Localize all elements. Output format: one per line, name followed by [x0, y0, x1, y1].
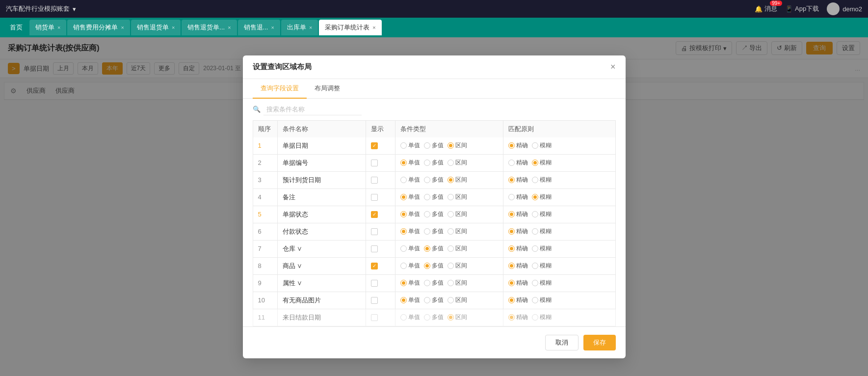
radio-exact-6[interactable]: 精确 [508, 227, 528, 236]
radio-multi-4[interactable]: 多值 [424, 193, 444, 201]
radio-range-3[interactable]: 区间 [447, 176, 467, 184]
radio-single-5[interactable]: 单值 [400, 210, 420, 218]
radio-fuzzy-2[interactable]: 模糊 [532, 159, 552, 167]
radio-single-7[interactable]: 单值 [400, 244, 420, 253]
radio-multi-8[interactable]: 多值 [424, 262, 444, 270]
tab-sales-fee-close[interactable]: × [121, 25, 124, 30]
dropdown-icon[interactable]: ▾ [73, 5, 76, 13]
cell-display-5[interactable] [366, 206, 395, 223]
radio-multi-11[interactable]: 多值 [424, 313, 444, 322]
checkbox-display-2[interactable] [371, 160, 378, 166]
radio-exact-8[interactable]: 精确 [508, 262, 528, 270]
radio-single-10[interactable]: 单值 [400, 296, 420, 304]
radio-multi-3[interactable]: 多值 [424, 176, 444, 184]
radio-range-7[interactable]: 区间 [447, 244, 467, 253]
radio-single-9[interactable]: 单值 [400, 279, 420, 287]
radio-fuzzy-7[interactable]: 模糊 [532, 244, 552, 253]
radio-single-8[interactable]: 单值 [400, 262, 420, 270]
radio-range-10[interactable]: 区间 [447, 296, 467, 304]
radio-fuzzy-11[interactable]: 模糊 [532, 313, 552, 322]
radio-single-4[interactable]: 单值 [400, 193, 420, 201]
radio-single-1[interactable]: 单值 [400, 141, 420, 150]
radio-range-2[interactable]: 区间 [447, 159, 467, 167]
checkbox-display-6[interactable] [371, 228, 378, 235]
radio-exact-3[interactable]: 精确 [508, 176, 528, 184]
radio-single-3[interactable]: 单值 [400, 176, 420, 184]
tab-purchase-stat-close[interactable]: × [372, 25, 375, 30]
radio-range-6[interactable]: 区间 [447, 227, 467, 236]
cell-display-2[interactable] [366, 155, 395, 171]
radio-fuzzy-6[interactable]: 模糊 [532, 227, 552, 236]
dialog-close-button[interactable]: × [610, 62, 616, 71]
checkbox-display-9[interactable] [371, 280, 378, 287]
radio-fuzzy-3[interactable]: 模糊 [532, 176, 552, 184]
radio-exact-2[interactable]: 精确 [508, 159, 528, 167]
checkbox-display-1[interactable] [371, 142, 378, 149]
save-button[interactable]: 保存 [583, 335, 616, 350]
checkbox-display-3[interactable] [371, 177, 378, 184]
tab-outbound-close[interactable]: × [309, 25, 312, 30]
checkbox-display-5[interactable] [371, 211, 378, 218]
radio-multi-9[interactable]: 多值 [424, 279, 444, 287]
checkbox-display-8[interactable] [371, 263, 378, 269]
radio-range-11[interactable]: 区间 [447, 313, 467, 322]
radio-fuzzy-9[interactable]: 模糊 [532, 279, 552, 287]
radio-single-11[interactable]: 单值 [400, 313, 420, 322]
radio-single-2[interactable]: 单值 [400, 159, 420, 167]
cell-display-8[interactable] [366, 258, 395, 274]
radio-fuzzy-5[interactable]: 模糊 [532, 210, 552, 218]
radio-exact-4[interactable]: 精确 [508, 193, 528, 201]
radio-exact-11[interactable]: 精确 [508, 313, 528, 322]
radio-single-6[interactable]: 单值 [400, 227, 420, 236]
radio-range-8[interactable]: 区间 [447, 262, 467, 270]
radio-range-5[interactable]: 区间 [447, 210, 467, 218]
checkbox-display-7[interactable] [371, 245, 378, 252]
tab-sales-order-close[interactable]: × [57, 25, 60, 30]
cell-display-10[interactable] [366, 292, 395, 309]
tab-home[interactable]: 首页 [4, 20, 28, 35]
radio-exact-7[interactable]: 精确 [508, 244, 528, 253]
tab-sales-fee[interactable]: 销售费用分摊单 × [67, 20, 130, 35]
tab-outbound[interactable]: 出库单 × [281, 20, 318, 35]
cancel-button[interactable]: 取消 [545, 335, 579, 350]
cell-display-4[interactable] [366, 189, 395, 206]
cell-display-3[interactable] [366, 172, 395, 188]
tab-sales-return2-close[interactable]: × [228, 25, 231, 30]
tab-purchase-stat[interactable]: 采购订单统计表 × [319, 20, 381, 35]
tab-sales-return1-close[interactable]: × [172, 25, 175, 30]
radio-range-1[interactable]: 区间 [447, 141, 467, 150]
radio-exact-10[interactable]: 精确 [508, 296, 528, 304]
tab-sales-return3-close[interactable]: × [271, 25, 274, 30]
radio-multi-1[interactable]: 多值 [424, 141, 444, 150]
radio-exact-1[interactable]: 精确 [508, 141, 528, 150]
cell-display-7[interactable] [366, 241, 395, 257]
tab-query-fields[interactable]: 查询字段设置 [253, 79, 307, 99]
checkbox-display-4[interactable] [371, 194, 378, 201]
radio-fuzzy-10[interactable]: 模糊 [532, 296, 552, 304]
tab-sales-return1[interactable]: 销售退货单 × [131, 20, 181, 35]
cell-display-1[interactable] [366, 137, 395, 154]
radio-exact-9[interactable]: 精确 [508, 279, 528, 287]
search-input[interactable] [263, 104, 362, 115]
cell-display-6[interactable] [366, 223, 395, 240]
radio-fuzzy-4[interactable]: 模糊 [532, 193, 552, 201]
radio-fuzzy-8[interactable]: 模糊 [532, 262, 552, 270]
message-btn[interactable]: 🔔 消息 99+ [755, 4, 777, 13]
checkbox-display-10[interactable] [371, 297, 378, 304]
cell-display-9[interactable] [366, 275, 395, 292]
radio-range-9[interactable]: 区间 [447, 279, 467, 287]
radio-multi-5[interactable]: 多值 [424, 210, 444, 218]
user-avatar-area[interactable]: demo2 [827, 2, 862, 15]
radio-multi-7[interactable]: 多值 [424, 244, 444, 253]
app-download-btn[interactable]: 📱 App下载 [785, 4, 819, 13]
radio-fuzzy-1[interactable]: 模糊 [532, 141, 552, 150]
radio-exact-5[interactable]: 精确 [508, 210, 528, 218]
tab-layout-adjust[interactable]: 布局调整 [307, 79, 348, 99]
tab-sales-return2[interactable]: 销售退货单... × [182, 20, 237, 35]
radio-multi-2[interactable]: 多值 [424, 159, 444, 167]
tab-sales-order[interactable]: 销货单 × [29, 20, 66, 35]
radio-range-4[interactable]: 区间 [447, 193, 467, 201]
cell-display-11[interactable] [366, 309, 395, 326]
radio-multi-10[interactable]: 多值 [424, 296, 444, 304]
checkbox-display-11[interactable] [371, 314, 378, 321]
